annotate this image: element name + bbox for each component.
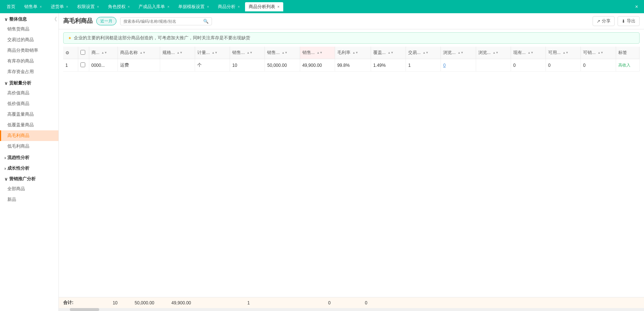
sort-icon[interactable]: ▲▼: [212, 51, 217, 54]
sidebar-group-contribution[interactable]: ∨ 贡献量分析: [0, 77, 58, 88]
footer-trade-count: 1: [220, 300, 250, 305]
cell-sale-amt: 50,000.00: [265, 59, 300, 72]
content-header: 高毛利商品 近一月 🔍 ↗ 分享 ⬇ 导出: [59, 13, 644, 29]
sidebar-item-stocked-goods[interactable]: 有库存的商品: [0, 56, 58, 66]
sort-icon[interactable]: ▲▼: [101, 51, 107, 54]
col-sale-amt[interactable]: 销售... ▲▼: [265, 47, 300, 59]
close-icon[interactable]: ×: [97, 5, 99, 9]
sort-icon[interactable]: ▲▼: [317, 51, 323, 54]
select-all-checkbox[interactable]: [80, 50, 85, 55]
close-icon[interactable]: ×: [238, 5, 240, 9]
sort-icon[interactable]: ▲▼: [388, 51, 393, 54]
close-icon[interactable]: ×: [277, 5, 280, 9]
nav-tab-sales[interactable]: 销售单 ×: [21, 2, 46, 11]
sidebar-group-growth[interactable]: › 成长性分析: [0, 162, 58, 173]
cell-available: 0: [546, 59, 581, 72]
top-navigation: 首页 销售单 × 进货单 × 权限设置 × 角色授权 × 产成品入库单 × 单据…: [0, 0, 644, 13]
cell-checkbox[interactable]: [78, 59, 89, 72]
search-input[interactable]: [123, 19, 203, 23]
export-button[interactable]: ⬇ 导出: [618, 16, 640, 26]
close-icon[interactable]: ×: [40, 5, 42, 9]
nav-tab-permission[interactable]: 权限设置 ×: [73, 2, 103, 11]
sidebar-collapse-button[interactable]: 《: [52, 16, 57, 23]
search-icon[interactable]: 🔍: [203, 19, 209, 24]
col-saleable[interactable]: 可销... ▲▼: [581, 47, 616, 59]
cell-sale-qty: 10: [230, 59, 265, 72]
sidebar-item-all-goods[interactable]: 全部商品: [0, 184, 58, 194]
cell-browse1[interactable]: 0: [441, 59, 476, 72]
filter-recent-month[interactable]: 近一月: [96, 17, 116, 25]
footer-current: 0: [301, 300, 331, 305]
close-icon[interactable]: ×: [207, 5, 209, 9]
close-all-button[interactable]: ×: [632, 4, 641, 10]
col-name[interactable]: 商品名称 ▲▼: [118, 47, 160, 59]
footer-sale-profit: 49,900.00: [162, 300, 191, 305]
cell-code: 0000...: [89, 59, 118, 72]
sidebar-item-traded-goods[interactable]: 交易过的商品: [0, 35, 58, 45]
col-code[interactable]: 商... ▲▼: [89, 47, 118, 59]
horizontal-scrollbar[interactable]: [59, 308, 644, 311]
sidebar-item-sale-goods[interactable]: 销售货商品: [0, 24, 58, 35]
col-checkbox[interactable]: [78, 47, 89, 59]
col-sale-qty[interactable]: 销售... ▲▼: [230, 47, 265, 59]
scrollbar-thumb[interactable]: [70, 308, 99, 311]
nav-tab-template[interactable]: 单据模板设置 ×: [175, 2, 213, 11]
cell-current: 0: [511, 59, 546, 72]
sidebar-item-low-margin[interactable]: 低毛利商品: [0, 141, 58, 152]
sort-icon[interactable]: ▲▼: [352, 51, 358, 54]
col-browse1[interactable]: 浏览... ▲▼: [441, 47, 476, 59]
sidebar-item-high-coverage[interactable]: 高覆盖量商品: [0, 109, 58, 120]
sidebar-item-low-value[interactable]: 低价值商品: [0, 98, 58, 109]
table-container[interactable]: ⚙ 商... ▲▼ 商品名称 ▲▼: [59, 47, 644, 297]
sidebar-item-high-margin[interactable]: 高毛利商品: [0, 130, 58, 141]
sidebar-group-overall[interactable]: ∨ 整体信息: [0, 13, 58, 24]
col-unit[interactable]: 计量... ▲▼: [195, 47, 230, 59]
nav-tab-product-storage[interactable]: 产成品入库单 ×: [135, 2, 173, 11]
col-available[interactable]: 可用... ▲▼: [546, 47, 581, 59]
sort-icon[interactable]: ▲▼: [140, 51, 145, 54]
sort-icon[interactable]: ▲▼: [282, 51, 288, 54]
close-icon[interactable]: ×: [128, 5, 130, 9]
close-icon[interactable]: ×: [66, 5, 68, 9]
nav-tab-product-analysis[interactable]: 商品分析 ×: [214, 2, 244, 11]
col-trade-count[interactable]: 交易... ▲▼: [406, 47, 441, 59]
sidebar-item-low-coverage[interactable]: 低覆盖量商品: [0, 120, 58, 130]
sort-icon[interactable]: ▲▼: [458, 51, 464, 54]
col-settings[interactable]: ⚙: [63, 47, 78, 59]
nav-tab-purchase[interactable]: 进货单 ×: [47, 2, 72, 11]
cell-saleable: 0: [581, 59, 616, 72]
row-checkbox[interactable]: [80, 62, 85, 67]
sort-icon[interactable]: ▲▼: [177, 51, 183, 54]
col-gross-rate[interactable]: 毛利率 ▲▼: [335, 47, 371, 59]
sort-icon[interactable]: ▲▼: [562, 51, 568, 54]
share-icon: ↗: [597, 19, 600, 24]
sidebar-item-category-rate[interactable]: 商品分类助销率: [0, 45, 58, 56]
arrow-down-icon: ∨: [4, 81, 8, 86]
sort-icon[interactable]: ▲▼: [247, 51, 253, 54]
sort-icon[interactable]: ▲▼: [423, 51, 429, 54]
col-coverage[interactable]: 覆盖... ▲▼: [371, 47, 406, 59]
sidebar-item-new-goods[interactable]: 新品: [0, 194, 58, 205]
col-current[interactable]: 现有... ▲▼: [511, 47, 546, 59]
col-browse2[interactable]: 浏览... ▲▼: [476, 47, 511, 59]
sidebar-item-high-value[interactable]: 高价值商品: [0, 88, 58, 98]
nav-tab-product-analysis-list[interactable]: 商品分析列表 ×: [245, 2, 283, 11]
export-icon: ⬇: [622, 19, 625, 24]
sort-icon[interactable]: ▲▼: [493, 51, 499, 54]
col-tag[interactable]: 标签: [616, 47, 639, 59]
close-icon[interactable]: ×: [167, 5, 169, 9]
sidebar-group-marketing[interactable]: ∨ 营销推广分析: [0, 173, 58, 184]
col-sale-profit[interactable]: 销售... ▲▼: [300, 47, 335, 59]
sidebar-group-trend[interactable]: › 流趋性分析: [0, 152, 58, 162]
nav-tab-role[interactable]: 角色授权 ×: [104, 2, 134, 11]
nav-tab-home[interactable]: 首页: [3, 2, 19, 11]
data-table: ⚙ 商... ▲▼ 商品名称 ▲▼: [63, 47, 640, 72]
share-button[interactable]: ↗ 分享: [593, 16, 615, 26]
col-spec[interactable]: 规格... ▲▼: [160, 47, 195, 59]
cell-name: 运费: [118, 59, 160, 72]
info-bar: ✦ 企业的主要的利润都是这部分商品创造的，可考虑加大推广，同时关注库存是不要出现…: [63, 32, 640, 44]
info-icon: ✦: [68, 36, 72, 41]
sort-icon[interactable]: ▲▼: [598, 51, 604, 54]
sort-icon[interactable]: ▲▼: [528, 51, 533, 54]
sidebar-item-inventory-funds[interactable]: 库存资金占用: [0, 66, 58, 77]
